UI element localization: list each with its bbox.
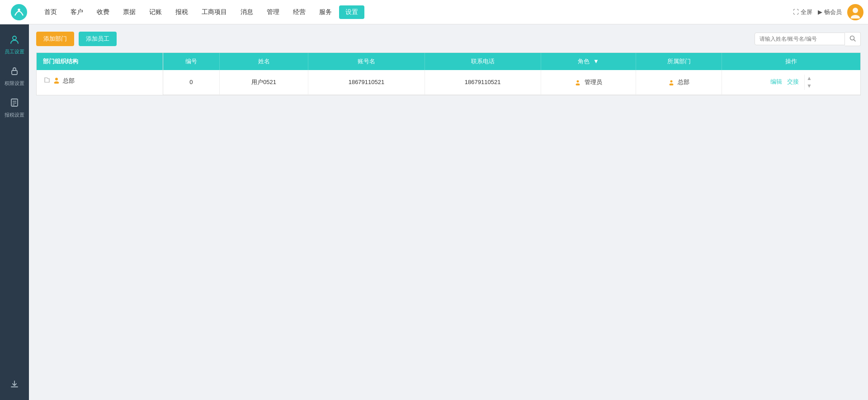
svg-point-2 bbox=[853, 8, 858, 13]
nav-home[interactable]: 首页 bbox=[38, 5, 63, 19]
logo bbox=[5, 4, 33, 20]
top-nav-right: ⛶ 全屏 ▶ 畅会员 bbox=[793, 4, 863, 20]
main-layout: 员工设置 权限设置 报税设置 bbox=[0, 24, 868, 400]
scroll-up-icon[interactable]: ▲ bbox=[807, 75, 812, 82]
nav-tax[interactable]: 报税 bbox=[169, 5, 194, 19]
download-icon bbox=[9, 379, 19, 390]
member-label: 畅会员 bbox=[824, 8, 842, 16]
nav-bill[interactable]: 票据 bbox=[117, 5, 142, 19]
nav-account[interactable]: 记账 bbox=[143, 5, 168, 19]
dept-tree-header: 部门组织结构 bbox=[37, 53, 163, 70]
nav-message[interactable]: 消息 bbox=[234, 5, 259, 19]
nav-manage[interactable]: 管理 bbox=[260, 5, 286, 19]
search-input[interactable] bbox=[755, 33, 845, 45]
tax-icon bbox=[9, 98, 19, 110]
top-navigation: 首页 客户 收费 票据 记账 报税 工商项目 消息 管理 经营 服务 设置 ⛶ … bbox=[0, 0, 868, 24]
cell-id: 0 bbox=[163, 70, 219, 94]
dept-name: 总部 bbox=[63, 77, 75, 85]
svg-rect-5 bbox=[12, 71, 17, 75]
col-dept: 所属部门 bbox=[636, 53, 722, 70]
content-area: 添加部门 添加员工 部门组织结构 bbox=[29, 24, 868, 400]
nav-settings[interactable]: 设置 bbox=[339, 5, 364, 19]
cell-account: 18679110521 bbox=[308, 70, 425, 94]
sidebar-tax-label: 报税设置 bbox=[5, 112, 24, 118]
search-icon bbox=[849, 35, 856, 42]
nav-service[interactable]: 服务 bbox=[313, 5, 338, 19]
fullscreen-icon: ⛶ bbox=[793, 9, 799, 15]
table-header-row: 编号 姓名 账号名 联系电话 角色 ▼ 所属部门 操作 bbox=[163, 53, 860, 70]
cell-phone: 18679110521 bbox=[425, 70, 541, 94]
sidebar-item-employee[interactable]: 员工设置 bbox=[0, 29, 29, 61]
sidebar-item-tax[interactable]: 报税设置 bbox=[0, 92, 29, 124]
cell-dept: 总部 bbox=[636, 70, 722, 94]
employee-table: 编号 姓名 账号名 联系电话 角色 ▼ 所属部门 操作 bbox=[163, 53, 860, 95]
nav-business[interactable]: 工商项目 bbox=[195, 5, 233, 19]
dept-user-small-icon bbox=[668, 79, 676, 85]
svg-point-15 bbox=[576, 84, 580, 86]
col-phone: 联系电话 bbox=[425, 53, 541, 70]
table-layout: 部门组织结构 bbox=[36, 52, 861, 95]
sidebar-download[interactable] bbox=[0, 374, 29, 395]
cell-role: 管理员 bbox=[541, 70, 636, 94]
add-dept-button[interactable]: 添加部门 bbox=[36, 32, 74, 46]
cell-actions: 编辑 交接 ▲ ▼ bbox=[722, 70, 860, 94]
lock-icon bbox=[9, 66, 19, 78]
col-action: 操作 bbox=[722, 53, 860, 70]
member-icon: ▶ bbox=[818, 9, 822, 15]
dept-user-icon bbox=[53, 76, 60, 85]
fullscreen-label: 全屏 bbox=[801, 8, 812, 16]
edit-action[interactable]: 编辑 bbox=[770, 78, 782, 85]
dept-item-root[interactable]: 总部 bbox=[42, 74, 157, 88]
svg-point-0 bbox=[11, 4, 27, 20]
dept-tree: 部门组织结构 bbox=[37, 53, 163, 95]
svg-point-3 bbox=[851, 15, 860, 19]
cell-name: 用户0521 bbox=[219, 70, 308, 94]
sidebar-permission-label: 权限设置 bbox=[5, 80, 24, 87]
role-user-icon bbox=[575, 79, 583, 85]
avatar[interactable] bbox=[847, 4, 863, 20]
svg-point-1 bbox=[18, 8, 20, 10]
file-icon bbox=[44, 77, 50, 85]
svg-point-13 bbox=[54, 81, 59, 84]
filter-icon[interactable]: ▼ bbox=[593, 58, 599, 65]
search-area bbox=[755, 32, 861, 46]
nav-operation[interactable]: 经营 bbox=[287, 5, 312, 19]
col-id: 编号 bbox=[163, 53, 219, 70]
employee-icon bbox=[9, 34, 19, 47]
svg-point-16 bbox=[670, 80, 672, 83]
nav-fee[interactable]: 收费 bbox=[90, 5, 116, 19]
svg-point-17 bbox=[669, 84, 673, 86]
member-button[interactable]: ▶ 畅会员 bbox=[818, 8, 842, 16]
nav-items: 首页 客户 收费 票据 记账 报税 工商项目 消息 管理 经营 服务 设置 bbox=[38, 5, 793, 19]
svg-line-11 bbox=[854, 39, 856, 41]
table-row: 0 用户0521 18679110521 18679110521 bbox=[163, 70, 860, 94]
scroll-down-icon[interactable]: ▼ bbox=[807, 82, 812, 90]
sidebar: 员工设置 权限设置 报税设置 bbox=[0, 24, 29, 400]
sidebar-item-permission[interactable]: 权限设置 bbox=[0, 61, 29, 92]
col-role: 角色 ▼ bbox=[541, 53, 636, 70]
svg-point-4 bbox=[13, 36, 16, 40]
svg-point-12 bbox=[55, 78, 58, 80]
nav-customer[interactable]: 客户 bbox=[64, 5, 90, 19]
toolbar: 添加部门 添加员工 bbox=[36, 32, 861, 46]
col-name: 姓名 bbox=[219, 53, 308, 70]
search-button[interactable] bbox=[845, 32, 861, 46]
fullscreen-button[interactable]: ⛶ 全屏 bbox=[793, 8, 812, 16]
add-emp-button[interactable]: 添加员工 bbox=[79, 32, 117, 46]
transfer-action[interactable]: 交接 bbox=[787, 78, 799, 85]
dept-tree-body: 总部 bbox=[37, 70, 163, 91]
col-account: 账号名 bbox=[308, 53, 425, 70]
svg-point-14 bbox=[577, 80, 579, 83]
sidebar-employee-label: 员工设置 bbox=[5, 48, 24, 55]
